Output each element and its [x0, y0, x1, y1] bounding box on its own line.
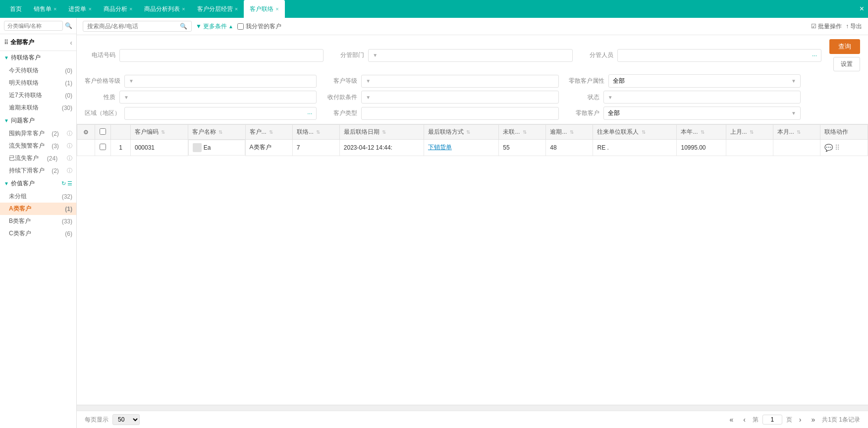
- sidebar-item-class-c[interactable]: C类客户 (6): [0, 227, 76, 240]
- sidebar-item-7days-pending[interactable]: 近7天待联络 (0): [0, 89, 76, 102]
- more-filter-button[interactable]: ▼ 更多条件 ▲: [196, 22, 233, 31]
- per-page-select[interactable]: 50 100 200: [112, 414, 140, 425]
- main-search-input[interactable]: [87, 23, 178, 30]
- nav-product-analysis[interactable]: 商品分析 ×: [98, 0, 138, 18]
- main-search-box: 🔍: [83, 21, 192, 32]
- sidebar-search-icon[interactable]: 🔍: [65, 22, 72, 29]
- row-this-year-amount: 10995.00: [677, 140, 726, 156]
- phone-input[interactable]: [119, 49, 324, 62]
- sidebar-item-lost[interactable]: 已流失客户 (24) ⓘ: [0, 152, 76, 164]
- first-page-button[interactable]: «: [726, 415, 736, 425]
- col-header-last-month[interactable]: 上月... ⇅: [726, 125, 773, 140]
- retail-attr-dropdown[interactable]: 全部 ▼: [608, 74, 801, 88]
- sidebar-item-class-b[interactable]: B类客户 (33): [0, 215, 76, 227]
- col-header-check[interactable]: [95, 125, 111, 140]
- page-suffix: 页: [786, 416, 792, 424]
- refresh-icon[interactable]: ↻: [61, 180, 66, 187]
- batch-action-label: 批量操作: [818, 22, 842, 31]
- region-input[interactable]: ···: [124, 107, 317, 120]
- filter-row-4: 区域（地区） ··· 客户类型 零散客户 全部 ▼: [85, 107, 860, 120]
- nav-close-customer-segment[interactable]: ×: [235, 6, 238, 12]
- page-input[interactable]: [762, 415, 782, 425]
- sidebar-section-problem[interactable]: ▼ 问题客户: [0, 114, 76, 127]
- price-grade-chevron-icon: ▼: [129, 78, 134, 84]
- col-header-contact[interactable]: 联络... ⇅: [292, 125, 339, 140]
- setting-button[interactable]: 设置: [833, 57, 860, 71]
- my-customers-checkbox[interactable]: [237, 23, 244, 30]
- nav-close-product-analysis-list[interactable]: ×: [182, 6, 185, 12]
- message-icon[interactable]: 💬: [824, 144, 833, 152]
- sidebar-search-input[interactable]: [4, 21, 63, 31]
- batch-action-button[interactable]: ☑ 批量操作: [811, 22, 842, 31]
- total-info: 共1页 1条记录: [822, 416, 860, 424]
- nav-close-product-analysis[interactable]: ×: [129, 6, 132, 12]
- col-header-no-contact[interactable]: 未联... ⇅: [499, 125, 546, 140]
- col-header-this-year[interactable]: 本年... ⇅: [677, 125, 726, 140]
- col-header-last-contact-method[interactable]: 最后联络方式 ⇅: [424, 125, 498, 140]
- dept-dropdown[interactable]: ▼: [368, 49, 572, 62]
- col-header-name[interactable]: 客户名称 ⇅: [188, 125, 245, 140]
- sidebar-item-today-pending[interactable]: 今天待联络 (0): [0, 64, 76, 77]
- prev-page-button[interactable]: ‹: [740, 415, 749, 425]
- nav-close-sales-order[interactable]: ×: [54, 6, 56, 12]
- my-customers-checkbox-label[interactable]: 我分管的客户: [237, 22, 281, 31]
- nav-product-analysis-list[interactable]: 商品分析列表 ×: [138, 0, 191, 18]
- sidebar-item-tomorrow-pending[interactable]: 明天待联络 (1): [0, 77, 76, 89]
- status-dropdown[interactable]: ▼: [603, 91, 801, 104]
- col-header-gear[interactable]: ⚙: [77, 125, 95, 140]
- this-year-label: 本年...: [681, 128, 698, 135]
- qrcode-icon[interactable]: ⠿: [835, 144, 840, 152]
- col-header-code[interactable]: 客户编码 ⇅: [131, 125, 188, 140]
- nav-close-purchase-order[interactable]: ×: [88, 6, 91, 12]
- sidebar-item-hoarding-abnormal[interactable]: 囤购异常客户 (2) ⓘ: [0, 127, 76, 140]
- horizontal-scrollbar[interactable]: [77, 405, 868, 411]
- overdue-col-label: 逾期...: [550, 128, 567, 135]
- pending-arrow-icon: ▼: [4, 55, 9, 60]
- sidebar-item-declining[interactable]: 持续下滑客户 (2) ⓘ: [0, 164, 76, 177]
- nav-purchase-order[interactable]: 进货单 ×: [62, 0, 97, 18]
- filter-dept: 分管部门 ▼: [333, 49, 572, 62]
- loss-warning-count: (3): [52, 143, 59, 150]
- nav-customer-segment[interactable]: 客户分层经营 ×: [191, 0, 244, 18]
- select-all-checkbox[interactable]: [100, 128, 106, 135]
- nav-customer-contact[interactable]: 客户联络 ×: [244, 0, 284, 18]
- col-header-type[interactable]: 客户... ⇅: [245, 125, 292, 140]
- nav-sales-order[interactable]: 销售单 ×: [28, 0, 62, 18]
- sidebar-item-class-a[interactable]: A类客户 (1): [0, 203, 76, 215]
- col-header-last-contact-date[interactable]: 最后联络日期 ⇅: [339, 125, 424, 140]
- customer-type-input[interactable]: [361, 107, 558, 120]
- nature-chevron-icon: ▼: [124, 95, 129, 100]
- sidebar-collapse-icon[interactable]: ‹: [70, 39, 72, 47]
- col-header-index: [111, 125, 131, 140]
- query-button[interactable]: 查询: [829, 39, 860, 54]
- nav-close-all[interactable]: ×: [860, 4, 864, 13]
- row-check-cell[interactable]: [95, 140, 111, 156]
- payment-dropdown[interactable]: ▼: [361, 91, 558, 104]
- next-page-button[interactable]: ›: [796, 415, 805, 425]
- sidebar-section-pending[interactable]: ▼ 待联络客户: [0, 51, 76, 64]
- col-header-overdue[interactable]: 逾期... ⇅: [546, 125, 593, 140]
- sidebar-item-ungrouped[interactable]: 未分组 (32): [0, 190, 76, 203]
- row-checkbox[interactable]: [100, 144, 106, 150]
- col-header-contacts-person[interactable]: 往来单位联系人 ⇅: [593, 125, 677, 140]
- this-month-label: 本月...: [777, 128, 794, 135]
- edit-icon[interactable]: ☰: [67, 180, 72, 187]
- retail-customer-dropdown[interactable]: 全部 ▼: [603, 107, 801, 120]
- row-name: Ea: [188, 140, 245, 156]
- sidebar-item-overdue-contact[interactable]: 逾期未联络 (30): [0, 102, 76, 114]
- gear-icon[interactable]: ⚙: [83, 129, 89, 136]
- price-grade-dropdown[interactable]: ▼: [124, 75, 317, 88]
- main-search-icon[interactable]: 🔍: [180, 23, 187, 30]
- last-page-button[interactable]: »: [809, 415, 818, 425]
- payment-chevron-icon: ▼: [366, 95, 371, 100]
- last-contact-method-link[interactable]: 下销货单: [428, 144, 452, 151]
- row-last-contact-method[interactable]: 下销货单: [424, 140, 498, 156]
- export-button[interactable]: ↑ 导出: [846, 22, 862, 31]
- nav-close-customer-contact[interactable]: ×: [275, 6, 278, 12]
- sidebar-item-loss-warning[interactable]: 流失预警客户 (3) ⓘ: [0, 140, 76, 152]
- nav-home[interactable]: 首页: [4, 0, 28, 18]
- person-input[interactable]: ···: [617, 49, 821, 62]
- nature-dropdown[interactable]: ▼: [119, 91, 317, 104]
- customer-grade-dropdown[interactable]: ▼: [361, 75, 558, 88]
- col-header-this-month[interactable]: 本月... ⇅: [773, 125, 820, 140]
